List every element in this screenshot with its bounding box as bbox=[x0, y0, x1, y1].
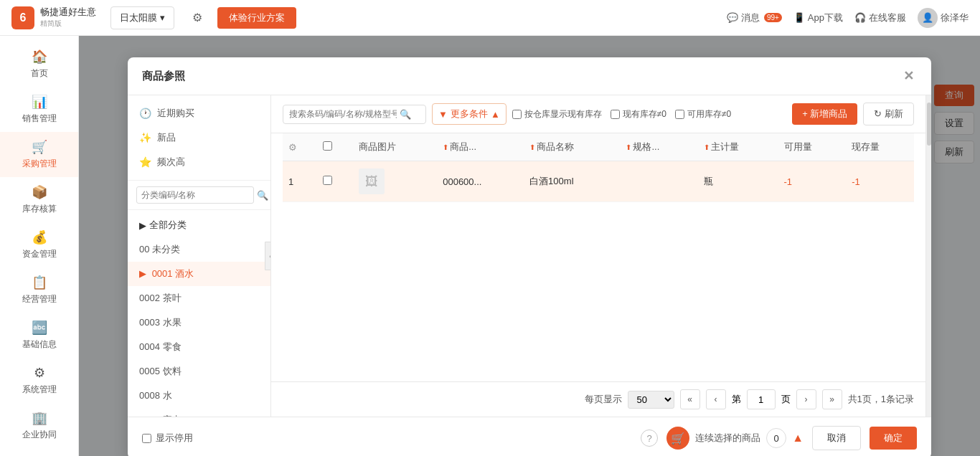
cell-name: 白酒100ml bbox=[524, 161, 620, 202]
left-panel: 🕐 近期购买 ✨ 新品 ⭐ 频次高 bbox=[128, 95, 271, 417]
nav-right: 💬 消息 99+ 📱 App下载 🎧 在线客服 👤 徐泽华 bbox=[727, 8, 969, 28]
top-nav: 6 畅捷通好生意 精简版 日太阳膜 ▾ ⚙ 体验行业方案 💬 消息 99+ 📱 … bbox=[0, 0, 980, 36]
page-last-button[interactable]: » bbox=[822, 389, 842, 409]
per-page-select[interactable]: 50 bbox=[628, 391, 674, 409]
modal-close-button[interactable]: ✕ bbox=[900, 67, 917, 85]
category-fruit[interactable]: 0003 水果 bbox=[128, 310, 270, 335]
cell-image: 🖼 bbox=[353, 161, 437, 202]
category-appliance[interactable]: 0010 家电 bbox=[128, 408, 270, 417]
sidebar: 🏠 首页 📊 销售管理 🛒 采购管理 📦 库存核算 💰 资金管理 📋 经营管理 … bbox=[0, 36, 79, 456]
sidebar-label-enterprise: 企业协同 bbox=[22, 429, 57, 441]
sidebar-item-enterprise[interactable]: 🏢 企业协同 bbox=[0, 403, 78, 448]
sidebar-item-system[interactable]: ⚙ 系统管理 bbox=[0, 358, 78, 403]
sidebar-label-inventory: 库存核算 bbox=[22, 203, 57, 215]
display-disabled-checkbox[interactable] bbox=[142, 434, 151, 443]
avatar-icon: 👤 bbox=[918, 8, 938, 28]
col-check bbox=[317, 133, 353, 161]
modal-overlay: 商品参照 ✕ 🕐 近期购买 ✨ 新 bbox=[79, 36, 980, 456]
product-search-input[interactable] bbox=[289, 109, 397, 119]
system-icon: ⚙ bbox=[34, 365, 45, 381]
sidebar-label-basic: 基础信息 bbox=[22, 338, 57, 351]
quick-recent[interactable]: 🕐 近期购买 bbox=[128, 101, 270, 125]
checkbox-warehouse[interactable]: 按仓库显示现有库存 bbox=[512, 108, 602, 120]
category-search-input[interactable] bbox=[136, 186, 254, 204]
sales-icon: 📊 bbox=[32, 94, 47, 110]
col-code[interactable]: ⬆ 商品... bbox=[437, 133, 524, 161]
sidebar-item-basic[interactable]: 🔤 基础信息 bbox=[0, 313, 78, 358]
enterprise-icon: 🏢 bbox=[32, 410, 47, 426]
modal-body: 🕐 近期购买 ✨ 新品 ⭐ 频次高 bbox=[128, 95, 931, 417]
modal-footer: 显示停用 ? 🛒 连续选择的商品 0 ▲ 取消 确定 bbox=[128, 417, 931, 456]
cart-collapse-icon[interactable]: ▲ bbox=[792, 432, 804, 445]
inventory-icon: 📦 bbox=[32, 184, 47, 200]
user-avatar[interactable]: 👤 徐泽华 bbox=[918, 8, 969, 28]
headset-icon: 🎧 bbox=[854, 12, 866, 23]
nav-selector[interactable]: 日太阳膜 ▾ bbox=[110, 6, 174, 29]
category-water[interactable]: 0008 水 bbox=[128, 384, 270, 408]
sort-unit-icon: ⬆ bbox=[704, 143, 710, 151]
category-all[interactable]: ▶ 全部分类 bbox=[128, 213, 270, 237]
category-liquor[interactable]: ▶ 0001 酒水 bbox=[128, 262, 270, 286]
sidebar-item-purchase[interactable]: 🛒 采购管理 bbox=[0, 132, 78, 177]
category-beverage[interactable]: 0005 饮料 bbox=[128, 359, 270, 384]
category-uncategorized[interactable]: 00 未分类 bbox=[128, 237, 270, 262]
col-image: 商品图片 bbox=[353, 133, 437, 161]
new-icon: ✨ bbox=[139, 132, 151, 143]
more-filter-button[interactable]: ▼ 更多条件 ▲ bbox=[432, 103, 507, 125]
col-unit[interactable]: ⬆ 主计量 bbox=[698, 133, 778, 161]
page-prev-button[interactable]: ‹ bbox=[706, 389, 726, 409]
page-number-input[interactable] bbox=[747, 389, 776, 409]
logo-icon: 6 bbox=[11, 6, 34, 29]
confirm-button[interactable]: 确定 bbox=[870, 427, 917, 450]
panel-collapse-button[interactable]: « bbox=[265, 242, 271, 270]
pagination: 每页显示 50 « ‹ 第 页 › » 共1页，1条记录 bbox=[271, 381, 925, 417]
sidebar-item-ops[interactable]: 📋 经营管理 bbox=[0, 267, 78, 313]
sidebar-item-sales[interactable]: 📊 销售管理 bbox=[0, 87, 78, 132]
app-download-button[interactable]: 📱 App下载 bbox=[793, 11, 843, 24]
table-row[interactable]: 1 🖼 000600... 白酒100ml bbox=[283, 161, 914, 202]
display-disabled-area: 显示停用 bbox=[142, 432, 193, 445]
nav-center: ⚙ 体验行业方案 bbox=[186, 6, 296, 29]
category-tea[interactable]: 0002 茶叶 bbox=[128, 286, 270, 310]
product-table: ⚙ 商品图片 ⬆ 商品... bbox=[283, 133, 914, 202]
add-product-button[interactable]: + 新增商品 bbox=[792, 103, 857, 125]
checkbox-available-nonzero[interactable]: 可用库存≠0 bbox=[675, 108, 731, 120]
gear-button[interactable]: ⚙ bbox=[186, 6, 209, 29]
scrollbar-thumb[interactable] bbox=[927, 103, 931, 146]
sidebar-item-inventory[interactable]: 📦 库存核算 bbox=[0, 177, 78, 222]
refresh-button[interactable]: ↻ 刷新 bbox=[863, 103, 914, 125]
cell-check[interactable] bbox=[317, 161, 353, 202]
sidebar-item-finance[interactable]: 💰 资金管理 bbox=[0, 222, 78, 267]
cart-icon[interactable]: 🛒 bbox=[666, 427, 689, 450]
purchase-icon: 🛒 bbox=[32, 139, 47, 155]
search-icon[interactable]: 🔍 bbox=[400, 109, 411, 120]
checkbox-stock-nonzero[interactable]: 现有库存≠0 bbox=[611, 108, 666, 120]
messages-button[interactable]: 💬 消息 99+ bbox=[727, 11, 782, 24]
online-service-button[interactable]: 🎧 在线客服 bbox=[854, 11, 906, 24]
sidebar-item-home[interactable]: 🏠 首页 bbox=[0, 42, 78, 87]
home-icon: 🏠 bbox=[32, 49, 47, 65]
page-next-button[interactable]: › bbox=[796, 389, 816, 409]
page-first-button[interactable]: « bbox=[680, 389, 700, 409]
logo-text: 畅捷通好生意 bbox=[40, 6, 96, 19]
categories-list: ▶ 全部分类 00 未分类 ▶ 0001 酒水 0002 茶 bbox=[128, 210, 270, 417]
logo-sub: 精简版 bbox=[40, 19, 96, 29]
category-search-icon[interactable]: 🔍 bbox=[257, 190, 268, 201]
col-spec[interactable]: ⬆ 规格... bbox=[620, 133, 697, 161]
quick-frequent[interactable]: ⭐ 频次高 bbox=[128, 150, 270, 174]
scrollbar[interactable] bbox=[925, 95, 931, 417]
help-icon[interactable]: ? bbox=[641, 429, 658, 447]
experience-button[interactable]: 体验行业方案 bbox=[217, 7, 296, 29]
quick-new[interactable]: ✨ 新品 bbox=[128, 125, 270, 150]
category-snack[interactable]: 0004 零食 bbox=[128, 335, 270, 359]
col-settings[interactable]: ⚙ bbox=[283, 133, 317, 161]
modal-header: 商品参照 ✕ bbox=[128, 57, 931, 95]
modal-title: 商品参照 bbox=[142, 70, 185, 83]
sidebar-item-guide[interactable]: 📖 新手引导 bbox=[0, 448, 78, 456]
product-search-box: 🔍 bbox=[283, 105, 426, 124]
col-name[interactable]: ⬆ 商品名称 bbox=[524, 133, 620, 161]
cart-count: 0 bbox=[766, 428, 786, 448]
page-suffix: 页 bbox=[781, 393, 791, 406]
cell-stock: -1 bbox=[846, 161, 914, 202]
cancel-button[interactable]: 取消 bbox=[812, 426, 861, 450]
